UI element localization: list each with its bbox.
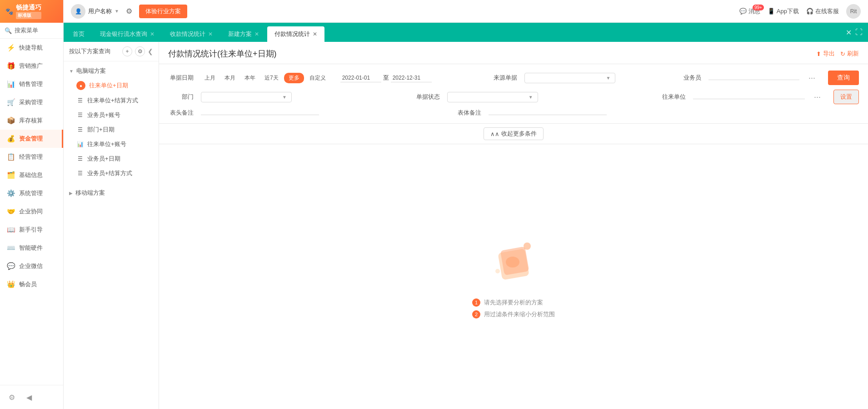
page-title-bar: 付款情况统计(往来单位+日期) ⬆ 导出 ↻ 刷新 — [159, 42, 868, 64]
scheme-item-dept-date[interactable]: ☰ 部门+日期 — [64, 122, 159, 137]
header-settings-icon[interactable]: ⚙ — [123, 5, 135, 18]
partner-dots[interactable]: ··· — [814, 92, 821, 102]
date-input-range: 至 — [340, 74, 432, 82]
sidebar-search[interactable]: 🔍 搜索菜单 — [0, 23, 63, 39]
tab-payment-close[interactable]: ✕ — [313, 31, 317, 37]
scheme-item-icon: ☰ — [76, 111, 84, 119]
scheme-item-icon: ☰ — [76, 170, 84, 177]
date-opt-custom[interactable]: 自定义 — [306, 73, 329, 83]
settings-button[interactable]: 设置 — [833, 90, 859, 104]
trial-button[interactable]: 体验行业方案 — [139, 5, 187, 18]
tab-fullscreen-btn[interactable]: ⛶ — [855, 28, 863, 36]
tab-receipt-close[interactable]: ✕ — [208, 31, 213, 37]
online-service-action[interactable]: 🎧 在线客服 — [806, 7, 839, 15]
tab-new-scheme-close[interactable]: ✕ — [254, 31, 259, 37]
sidebar-item-label: 资金管理 — [19, 135, 43, 143]
date-opt-this-month[interactable]: 本月 — [221, 73, 239, 83]
scheme-item-partner-account[interactable]: 📊 往来单位+账号 — [64, 137, 159, 151]
sidebar-footer: ⚙ ◀ — [0, 385, 63, 409]
sidebar-settings-btn[interactable]: ⚙ — [5, 391, 18, 404]
date-separator: 至 — [383, 74, 389, 82]
content-area: 按以下方案查询 + ⚙ ❮ ▼ 电脑端方案 ● 往来单位+日期 ☰ — [64, 42, 868, 409]
sidebar-item-member[interactable]: 👑 畅会员 — [0, 275, 63, 293]
date-opt-more[interactable]: 更多 — [284, 73, 304, 83]
sidebar-item-label: 系统管理 — [19, 189, 43, 197]
refresh-button[interactable]: ↻ 刷新 — [840, 50, 859, 58]
step-2-num: 2 — [472, 310, 480, 318]
date-end-input[interactable] — [391, 74, 432, 82]
refresh-label: 刷新 — [847, 50, 859, 58]
scheme-item-salesman-account[interactable]: ☰ 业务员+账号 — [64, 108, 159, 122]
scheme-mobile-section: ▶ 移动端方案 — [64, 183, 159, 202]
source-select[interactable]: ▼ — [524, 73, 615, 83]
export-button[interactable]: ⬆ 导出 — [816, 50, 835, 58]
mobile-section-label: 移动端方案 — [75, 189, 105, 197]
date-opt-last-7[interactable]: 近7天 — [261, 73, 282, 83]
scheme-settings-btn[interactable]: ⚙ — [135, 46, 145, 56]
sidebar-item-marketing[interactable]: 🎁 营销推广 — [0, 57, 63, 75]
tab-receipt[interactable]: 收款情况统计 ✕ — [163, 26, 220, 42]
date-start-input[interactable] — [340, 74, 381, 82]
sidebar-item-finance[interactable]: 💰 资金管理 — [0, 130, 63, 148]
sidebar-nav: ⚡ 快捷导航 🎁 营销推广 📊 销售管理 🛒 采购管理 📦 库存核算 💰 资金管… — [0, 39, 63, 385]
query-button[interactable]: 查询 — [828, 71, 859, 85]
member-icon: 👑 — [6, 280, 15, 289]
body-note-label: 表体备注 — [456, 109, 481, 117]
service-icon: 🎧 — [806, 8, 813, 15]
app-download-action[interactable]: 📱 App下载 — [768, 7, 799, 15]
sidebar-item-purchase[interactable]: 🛒 采购管理 — [0, 93, 63, 111]
message-action[interactable]: 💬 消息 99+ — [739, 7, 760, 15]
tab-close-all-btn[interactable]: ✕ — [846, 28, 852, 37]
scheme-desktop-section: ▼ 电脑端方案 ● 往来单位+日期 ☰ 往来单位+结算方式 ☰ 业务员+账号 ☰ — [64, 61, 159, 183]
date-opt-last-month[interactable]: 上月 — [201, 73, 219, 83]
export-icon: ⬆ — [816, 50, 821, 57]
collapse-button[interactable]: ∧∧ 收起更多条件 — [484, 127, 544, 140]
scheme-item-partner-settle[interactable]: ☰ 往来单位+结算方式 — [64, 93, 159, 108]
tab-bar-actions: ✕ ⛶ — [846, 28, 866, 37]
sidebar-item-wechat[interactable]: 💬 企业微信 — [0, 257, 63, 275]
logo-icon: 🐾 — [5, 8, 13, 15]
scheme-item-salesman-date[interactable]: ☰ 业务员+日期 — [64, 151, 159, 166]
sidebar-item-enterprise[interactable]: 🤝 企业协同 — [0, 202, 63, 221]
tab-payment[interactable]: 付款情况统计 ✕ — [267, 26, 324, 42]
sidebar-item-hardware[interactable]: ⌨️ 智能硬件 — [0, 239, 63, 257]
sidebar-item-label: 采购管理 — [19, 98, 43, 106]
guide-icon: 📖 — [6, 225, 15, 234]
sidebar-item-business[interactable]: 📋 经营管理 — [0, 148, 63, 166]
sidebar-item-sales[interactable]: 📊 销售管理 — [0, 75, 63, 93]
tab-new-scheme[interactable]: 新建方案 ✕ — [221, 26, 266, 42]
scheme-collapse-btn[interactable]: ❮ — [148, 48, 153, 55]
doc-status-select[interactable]: ▼ — [447, 92, 538, 102]
filter-row-3: 表头备注 表体备注 — [168, 109, 859, 117]
scheme-item-icon: ☰ — [76, 97, 84, 104]
tab-bank[interactable]: 现金银行流水查询 ✕ — [93, 26, 162, 42]
sidebar-item-quick-nav[interactable]: ⚡ 快捷导航 — [0, 39, 63, 57]
salesman-dots[interactable]: ··· — [808, 73, 815, 83]
sidebar-item-guide[interactable]: 📖 新手引导 — [0, 221, 63, 239]
sidebar-item-inventory[interactable]: 📦 库存核算 — [0, 111, 63, 130]
purchase-icon: 🛒 — [6, 98, 15, 107]
online-service-label: 在线客服 — [815, 7, 839, 15]
dept-select[interactable]: ▼ — [201, 92, 292, 102]
tab-bank-close[interactable]: ✕ — [150, 31, 155, 37]
sidebar-collapse-btn[interactable]: ◀ — [23, 391, 35, 404]
scheme-mobile-title[interactable]: ▶ 移动端方案 — [64, 186, 159, 200]
date-opt-this-year[interactable]: 本年 — [241, 73, 259, 83]
scheme-add-btn[interactable]: + — [122, 46, 132, 56]
enterprise-icon: 🤝 — [6, 207, 15, 216]
empty-step-2: 2 用过滤条件来缩小分析范围 — [472, 310, 555, 318]
scheme-item-label: 往来单位+结算方式 — [87, 96, 138, 105]
scheme-item-partner-date[interactable]: ● 往来单位+日期 — [64, 78, 159, 93]
user-avatar-area[interactable]: 👤 用户名称 ▼ — [71, 4, 119, 19]
svg-point-3 — [495, 269, 500, 273]
tab-home[interactable]: 首页 — [65, 26, 92, 42]
scheme-desktop-title[interactable]: ▼ 电脑端方案 — [64, 64, 159, 78]
scheme-header-label: 按以下方案查询 — [69, 47, 110, 56]
tab-new-scheme-label: 新建方案 — [228, 30, 252, 38]
sidebar-item-system[interactable]: ⚙️ 系统管理 — [0, 184, 63, 202]
user-avatar-right[interactable]: Rit — [846, 4, 861, 19]
tab-home-label: 首页 — [73, 30, 85, 38]
sidebar-item-basic[interactable]: 🗂️ 基础信息 — [0, 166, 63, 184]
tab-payment-label: 付款情况统计 — [274, 30, 310, 38]
scheme-item-salesman-settle[interactable]: ☰ 业务员+结算方式 — [64, 166, 159, 181]
